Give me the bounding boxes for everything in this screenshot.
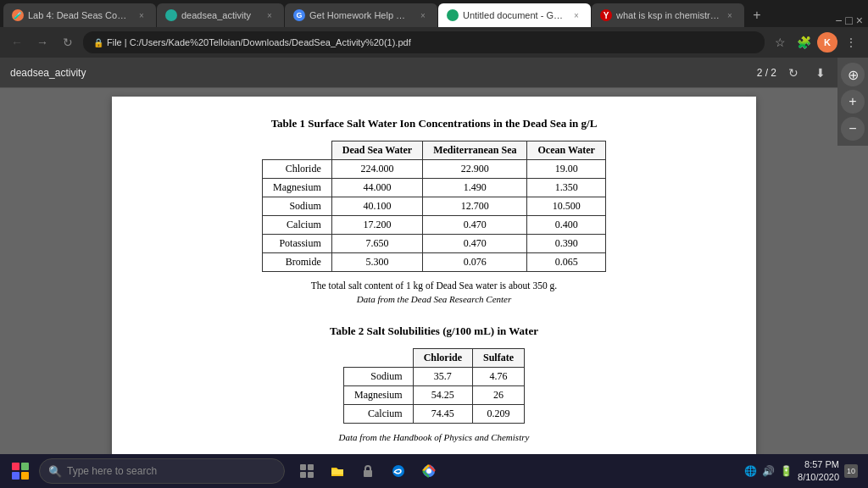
pdf-title: deadsea_activity <box>10 67 750 79</box>
new-tab-button[interactable]: + <box>745 3 769 27</box>
table1-source: Data from the Dead Sea Research Center <box>262 294 606 304</box>
table1-note: The total salt content of 1 kg of Dead S… <box>262 280 606 291</box>
volume-icon[interactable]: 🔊 <box>762 465 775 477</box>
tab-lab4[interactable]: 🧪 Lab 4: Dead Seas Composi... × <box>3 3 156 27</box>
table-row: Calcium 17.200 0.470 0.400 <box>263 216 606 235</box>
svg-rect-2 <box>300 472 306 478</box>
menu-button[interactable]: ⋮ <box>841 32 861 53</box>
cell-chloride-dead-sea: 224.000 <box>331 160 422 179</box>
svg-point-7 <box>426 469 431 474</box>
minimize-button[interactable]: − <box>835 14 842 27</box>
forward-button[interactable]: → <box>32 32 53 53</box>
tab-close-deadsea[interactable]: × <box>264 9 275 21</box>
svg-rect-4 <box>364 470 372 477</box>
lock-icon: 🔒 <box>93 38 103 47</box>
tab-favicon-ksp: Y <box>600 9 612 21</box>
pdf-page-info: 2 / 2 <box>757 67 776 79</box>
back-button[interactable]: ← <box>7 32 27 53</box>
ion-chloride: Chloride <box>263 160 332 179</box>
table-row: Chloride 224.000 22.900 19.00 <box>263 160 606 179</box>
table-row: Bromide 5.300 0.076 0.065 <box>263 253 606 272</box>
taskbar-icons <box>293 458 442 485</box>
system-clock[interactable]: 8:57 PM 8/10/2020 <box>798 458 839 485</box>
table2-section: Table 2 Salt Solubilities (g/100 mL) in … <box>146 324 722 442</box>
zoom-in-button[interactable]: + <box>841 90 865 114</box>
taskbar-search[interactable]: 🔍 Type here to search <box>39 458 285 484</box>
table1: Dead Sea Water Mediterranean Sea Ocean W… <box>262 141 606 272</box>
start-button[interactable] <box>7 458 34 485</box>
taskbar-icon-lock[interactable] <box>354 458 381 485</box>
profile-button[interactable]: K <box>817 32 837 53</box>
maximize-button[interactable]: □ <box>845 14 852 27</box>
svg-rect-1 <box>308 464 314 470</box>
taskbar-icon-task-view[interactable] <box>293 458 320 485</box>
cell-bromide-med: 0.076 <box>423 253 527 272</box>
table2-title: Table 2 Salt Solubilities (g/100 mL) in … <box>146 324 722 338</box>
cell-sodium-chloride: 35.7 <box>413 368 472 386</box>
network-icon[interactable]: 🌐 <box>744 465 757 477</box>
table-row: Sodium 35.7 4.76 <box>343 368 524 386</box>
taskbar-right: 🌐 🔊 🔋 8:57 PM 8/10/2020 10 <box>744 458 861 485</box>
table1-col-med: Mediterranean Sea <box>423 141 527 160</box>
cell-magnesium-med: 1.490 <box>423 179 527 197</box>
table-row: Sodium 40.100 12.700 10.500 <box>263 197 606 216</box>
extensions-button[interactable]: 🧩 <box>793 32 814 53</box>
cell-chloride-ocean: 19.00 <box>527 160 605 179</box>
table2-source: Data from the Handbook of Physics and Ch… <box>146 432 722 442</box>
cell-sodium-dead-sea: 40.100 <box>331 197 422 216</box>
tab-label-deadsea: deadsea_activity <box>181 10 259 20</box>
close-button[interactable]: × <box>856 14 863 27</box>
notification-badge[interactable]: 10 <box>844 464 858 478</box>
ion-bromide: Bromide <box>263 253 332 272</box>
tab-untitled-doc[interactable]: Untitled document - Googl... × <box>438 3 591 27</box>
battery-icon[interactable]: 🔋 <box>780 465 793 477</box>
compound-magnesium: Magnesium <box>343 386 413 405</box>
table1-container: Table 1 Surface Salt Water Ion Concentra… <box>146 117 722 316</box>
tab-favicon-homework: G <box>293 9 305 21</box>
zoom-in-plus-button[interactable]: ⊕ <box>841 63 865 86</box>
url-bar[interactable]: 🔒 File | C:/Users/Kade%20Telloian/Downlo… <box>83 31 765 53</box>
tab-label-doc: Untitled document - Googl... <box>463 10 566 20</box>
table-row: Magnesium 44.000 1.490 1.350 <box>263 179 606 197</box>
refresh-icon[interactable]: ↻ <box>783 63 804 83</box>
cell-potassium-dead-sea: 7.650 <box>331 235 422 253</box>
tab-close-doc[interactable]: × <box>570 9 582 21</box>
browser-chrome: 🧪 Lab 4: Dead Seas Composi... × deadsea_… <box>0 0 868 58</box>
cell-calcium-ocean: 0.400 <box>527 216 605 235</box>
cell-bromide-dead-sea: 5.300 <box>331 253 422 272</box>
tab-close-homework[interactable]: × <box>417 9 429 21</box>
cell-calcium-sulfate: 0.209 <box>473 405 525 424</box>
taskbar-icon-file-explorer[interactable] <box>324 458 351 485</box>
table2-col-chloride: Chloride <box>413 349 472 368</box>
cell-calcium-chloride: 74.45 <box>413 405 472 424</box>
tab-deadsea[interactable]: deadsea_activity × <box>157 3 284 27</box>
compound-calcium: Calcium <box>343 405 413 424</box>
clock-time: 8:57 PM <box>798 458 839 471</box>
tab-label-lab4: Lab 4: Dead Seas Composi... <box>28 10 131 20</box>
cell-sodium-med: 12.700 <box>423 197 527 216</box>
tab-close-lab4[interactable]: × <box>136 9 147 21</box>
ion-sodium: Sodium <box>263 197 332 216</box>
taskbar-icon-edge[interactable] <box>385 458 412 485</box>
tab-ksp[interactable]: Y what is ksp in chemistry - Y... × <box>592 3 744 27</box>
ion-calcium: Calcium <box>263 216 332 235</box>
tab-homework[interactable]: G Get Homework Help With C... × <box>285 3 437 27</box>
address-bar: ← → ↻ 🔒 File | C:/Users/Kade%20Telloian/… <box>0 27 868 58</box>
tab-bar: 🧪 Lab 4: Dead Seas Composi... × deadsea_… <box>0 0 868 27</box>
clock-date: 8/10/2020 <box>798 471 839 484</box>
download-icon[interactable]: ⬇ <box>810 63 831 83</box>
tab-favicon-lab4: 🧪 <box>12 9 24 21</box>
tab-favicon-doc <box>447 9 459 21</box>
cell-potassium-med: 0.470 <box>423 235 527 253</box>
cell-chloride-med: 22.900 <box>423 160 527 179</box>
tab-close-ksp[interactable]: × <box>724 9 736 21</box>
refresh-button[interactable]: ↻ <box>58 32 78 53</box>
table-row: Calcium 74.45 0.209 <box>343 405 524 424</box>
search-icon: 🔍 <box>48 465 62 478</box>
zoom-out-button[interactable]: − <box>841 117 865 141</box>
cell-magnesium-sulfate: 26 <box>473 386 525 405</box>
tab-label-ksp: what is ksp in chemistry - Y... <box>616 10 720 20</box>
ion-magnesium: Magnesium <box>263 179 332 197</box>
bookmarks-button[interactable]: ☆ <box>770 32 790 53</box>
taskbar-icon-chrome[interactable] <box>415 458 442 485</box>
